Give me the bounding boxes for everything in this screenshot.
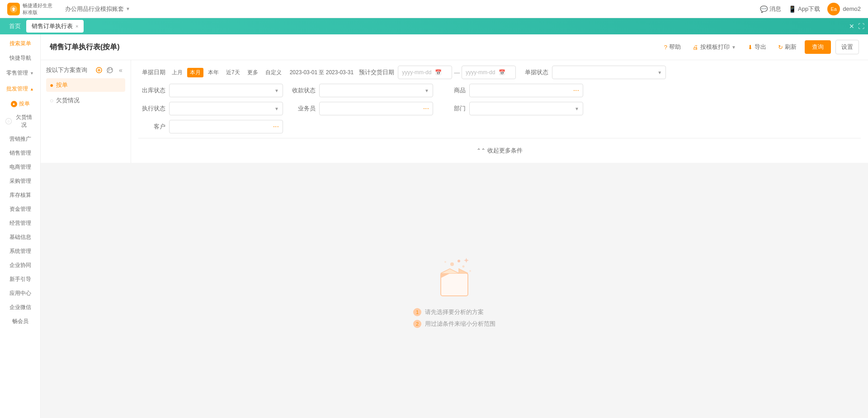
breadcrumb-dropdown-icon[interactable]: ▼: [126, 6, 130, 11]
tabs-bar: 首页 销售订单执行表 × ✕ ⛶: [0, 18, 868, 34]
scheme-item-欠货情况[interactable]: ○ 欠货情况: [46, 94, 125, 107]
refresh-button[interactable]: ↻ 刷新: [774, 41, 800, 53]
customer-more-icon[interactable]: ···: [273, 123, 279, 131]
department-select[interactable]: ▼: [469, 102, 583, 115]
doc-status-label: 单据状态: [521, 68, 548, 76]
tab-sales-order[interactable]: 销售订单执行表 ×: [26, 20, 84, 33]
tab-home[interactable]: 首页: [4, 20, 26, 33]
exec-status-label: 执行状态: [138, 104, 165, 113]
sidebar-item-quick-nav[interactable]: 快捷导航: [2, 52, 38, 65]
sidebar-item-collab[interactable]: 企业协同: [2, 259, 38, 272]
sidebar-item-retail[interactable]: 零售管理 ▼: [2, 66, 38, 81]
mobile-icon: 📱: [788, 5, 796, 13]
exec-status-field: 执行状态 ▼: [138, 102, 283, 115]
app-download-button[interactable]: 📱 App下载: [788, 5, 820, 13]
empty-illustration: [427, 253, 481, 303]
doc-status-field: 单据状态 ▼: [521, 66, 666, 79]
print-button[interactable]: 🖨 按模板打印 ▼: [689, 41, 740, 53]
tabs-bar-right: ✕ ⛶: [849, 23, 864, 30]
date-tabs: 上月 本月 本年 近7天 更多 自定义: [169, 68, 284, 77]
refresh-icon: ↻: [778, 44, 783, 51]
date-range-display: 2023-03-01 至 2023-03-31: [290, 69, 354, 76]
exec-status-dropdown-icon: ▼: [274, 106, 279, 111]
export-button[interactable]: ⬇ 导出: [744, 41, 770, 53]
date-tab-curr-month[interactable]: 本月: [187, 68, 203, 77]
date-tab-prev-month[interactable]: 上月: [169, 68, 185, 77]
sidebar-item-欠货情况[interactable]: ○ 欠货情况: [2, 111, 38, 132]
sidebar-item-app-center[interactable]: 应用中心: [2, 287, 38, 300]
help-button[interactable]: ? 帮助: [660, 41, 684, 53]
sidebar-item-wholesale[interactable]: 批发管理 ▲: [2, 81, 38, 96]
customer-select[interactable]: ···: [169, 120, 283, 133]
scheme-item-按单[interactable]: ● 按单: [46, 78, 125, 92]
expected-date-to[interactable]: yyyy-mm-dd 📅: [462, 66, 516, 79]
calendar-icon-from: 📅: [435, 69, 442, 76]
sidebar-submenu-wholesale: ● 按单 ○ 欠货情况: [0, 97, 40, 132]
svg-rect-3: [441, 273, 468, 296]
logo-icon: [7, 3, 20, 15]
print-dropdown-icon[interactable]: ▼: [731, 45, 736, 50]
message-icon: 💬: [760, 5, 768, 13]
doc-status-select[interactable]: ▼: [552, 66, 666, 79]
sidebar-item-按单[interactable]: ● 按单: [2, 97, 38, 110]
product-select[interactable]: ···: [469, 84, 583, 97]
tab-close-all-icon[interactable]: ✕: [849, 23, 854, 30]
filter-left-icons: «: [94, 66, 125, 75]
product-label: 商品: [439, 86, 466, 95]
hint-item-2: 2 用过滤条件来缩小分析范围: [413, 320, 495, 328]
avatar: Ea: [827, 3, 840, 15]
date-tab-recent7[interactable]: 近7天: [223, 68, 243, 77]
date-tab-curr-year[interactable]: 本年: [205, 68, 222, 77]
collapse-button[interactable]: ⌃⌃ 收起更多条件: [138, 144, 861, 157]
filter-right-panel: 单据日期 上月 本月 本年 近7天 更多 自定义 2023-03-01 至 20…: [131, 60, 868, 163]
product-more-icon[interactable]: ···: [573, 86, 579, 95]
expected-date-from[interactable]: yyyy-mm-dd 📅: [398, 66, 452, 79]
sidebar-item-operation[interactable]: 经营管理: [2, 217, 38, 230]
edit-scheme-button[interactable]: [105, 66, 114, 75]
user-menu[interactable]: Ea demo2: [827, 3, 861, 15]
date-tab-custom[interactable]: 自定义: [263, 68, 284, 77]
filter-row-4: 客户 ···: [138, 120, 861, 133]
breadcrumb[interactable]: 办公用品行业模拟账套 ▼: [65, 5, 130, 13]
sidebar-item-guide[interactable]: 新手引导: [2, 273, 38, 286]
add-scheme-button[interactable]: [94, 66, 104, 75]
sidebar-search[interactable]: 搜索菜单: [0, 36, 40, 51]
sidebar-item-sales[interactable]: 销售管理: [2, 147, 38, 160]
expected-date-range: yyyy-mm-dd 📅 — yyyy-mm-dd 📅: [398, 66, 516, 79]
date-label: 单据日期: [138, 68, 165, 76]
salesperson-more-icon[interactable]: ···: [423, 104, 429, 113]
sidebar-item-system[interactable]: 系统管理: [2, 245, 38, 258]
outbound-dropdown-icon: ▼: [274, 88, 279, 93]
collapse-schemes-button[interactable]: «: [116, 66, 125, 75]
sidebar-item-inventory[interactable]: 库存核算: [2, 189, 38, 202]
customer-label: 客户: [138, 123, 165, 131]
department-label: 部门: [439, 104, 466, 113]
settings-button[interactable]: 设置: [835, 40, 859, 54]
sidebar-item-wechat[interactable]: 企业微信: [2, 301, 38, 314]
exec-status-select[interactable]: ▼: [169, 102, 283, 115]
page-header: 销售订单执行表(按单) ? 帮助 🖨 按模板打印 ▼ ⬇ 导出 ↻ 刷新: [41, 34, 868, 60]
sidebar-item-purchase[interactable]: 采购管理: [2, 175, 38, 188]
svg-point-5: [458, 260, 460, 262]
salesperson-select[interactable]: ···: [319, 102, 433, 115]
sidebar-item-member[interactable]: 畅会员: [2, 315, 38, 328]
outbound-select[interactable]: ▼: [169, 84, 283, 97]
tab-maximize-icon[interactable]: ⛶: [858, 23, 864, 30]
filter-row-3: 执行状态 ▼ 业务员 ··· 部门: [138, 102, 861, 115]
svg-point-2: [107, 67, 113, 73]
query-button[interactable]: 查询: [805, 40, 831, 54]
date-tab-more[interactable]: 更多: [245, 68, 261, 77]
sidebar-item-finance[interactable]: 资金管理: [2, 203, 38, 216]
payment-label: 收款状态: [288, 86, 316, 95]
message-button[interactable]: 💬 消息: [760, 5, 781, 13]
payment-select[interactable]: ▼: [319, 84, 433, 97]
sidebar-item-ecommerce[interactable]: 电商管理: [2, 161, 38, 174]
collapse-area: ⌃⌃ 收起更多条件: [138, 138, 861, 157]
tab-close-icon[interactable]: ×: [75, 24, 78, 29]
sidebar-item-marketing[interactable]: 营销推广: [2, 133, 38, 146]
empty-hints: 1 请先选择要分析的方案 2 用过滤条件来缩小分析范围: [413, 308, 495, 328]
sidebar-item-basic[interactable]: 基础信息: [2, 231, 38, 244]
customer-field: 客户 ···: [138, 120, 283, 133]
svg-point-6: [462, 266, 465, 268]
hint-num-1: 1: [413, 308, 421, 316]
